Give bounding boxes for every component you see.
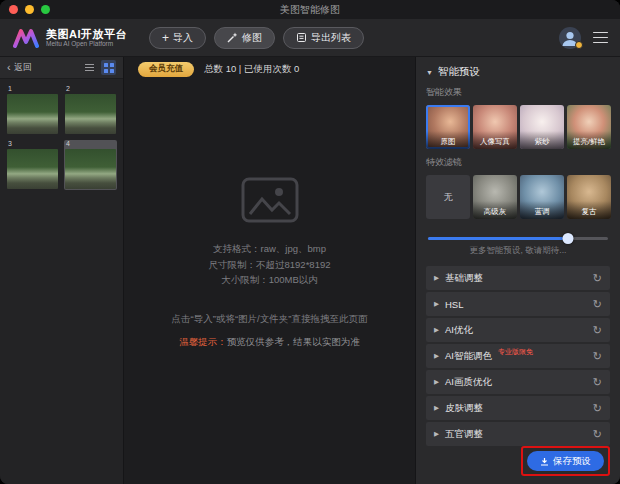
window-title: 美图智能修图 — [0, 3, 620, 17]
section-label: 五官调整 — [445, 428, 483, 441]
caret-down-icon: ▼ — [426, 69, 433, 76]
pro-free-badge: 专业版限免 — [498, 347, 533, 357]
reset-icon[interactable]: ↻ — [593, 299, 602, 310]
user-avatar[interactable] — [559, 27, 581, 49]
logo-subtitle: Meitu AI Open Platform — [46, 40, 127, 47]
tip-text: 温馨提示：预览仅供参考，结果以实图为准 — [179, 336, 360, 349]
filter-option-blue-tone[interactable]: 蓝调 — [520, 175, 564, 219]
tip-label: 温馨提示： — [179, 336, 227, 347]
section-ai-color-grading[interactable]: ▶ AI智能调色 专业版限免 ↻ — [426, 344, 610, 368]
menu-icon[interactable] — [593, 32, 608, 44]
effect-option-brighten-vivid[interactable]: 提亮/鲜艳 — [567, 105, 611, 149]
filter-slider-track — [428, 237, 608, 240]
reset-icon[interactable]: ↻ — [593, 273, 602, 284]
filter-strength-slider[interactable] — [428, 232, 608, 235]
effect-label: 原图 — [426, 131, 470, 149]
usage-counter: 总数 10 | 已使用次数 0 — [204, 63, 299, 76]
thumbnail-index: 4 — [66, 140, 70, 147]
workspace-toolbar: 会员充值 总数 10 | 已使用次数 0 — [124, 57, 415, 81]
caret-right-icon: ▶ — [434, 326, 439, 334]
reset-icon[interactable]: ↻ — [593, 351, 602, 362]
logo-text: 美图AI开放平台 Meitu AI Open Platform — [46, 28, 127, 47]
reset-icon[interactable]: ↻ — [593, 377, 602, 388]
save-preset-area: 保存预设 — [521, 446, 610, 476]
thumbnail-image — [65, 149, 116, 189]
back-button-label: 返回 — [14, 61, 32, 74]
effect-option-portrait[interactable]: 人像写真 — [473, 105, 517, 149]
filters-row: 无 高级灰 蓝调 复古 — [426, 175, 610, 219]
sidebar-toolbar: ‹ 返回 — [0, 57, 123, 79]
grid-view-icon[interactable] — [101, 60, 116, 75]
photo-thumbnail-4[interactable]: 4 — [64, 140, 117, 190]
supported-formats-text: 支持格式：raw、jpg、bmp — [213, 241, 326, 257]
filter-label: 无 — [444, 191, 453, 204]
caret-right-icon: ▶ — [434, 430, 439, 438]
export-list-button[interactable]: 导出列表 — [283, 27, 364, 49]
retouch-button[interactable]: 修图 — [214, 27, 275, 49]
smart-preset-section-header[interactable]: ▼ 智能预设 — [426, 65, 610, 79]
thumbnail-image — [65, 94, 116, 134]
content-area: ‹ 返回 — [0, 57, 620, 484]
view-toggles — [82, 60, 116, 75]
logo-title: 美图AI开放平台 — [46, 28, 127, 40]
caret-right-icon: ▶ — [434, 352, 439, 360]
minimize-window-button[interactable] — [25, 5, 34, 14]
photo-thumbnail-3[interactable]: 3 — [6, 140, 59, 190]
back-button[interactable]: ‹ 返回 — [7, 61, 32, 74]
window-controls — [0, 5, 50, 14]
section-basic-adjustment[interactable]: ▶ 基础调整 ↻ — [426, 266, 610, 290]
thumbnail-image — [7, 94, 58, 134]
thumbnail-index: 2 — [66, 85, 70, 92]
member-recharge-button[interactable]: 会员充值 — [138, 62, 194, 77]
section-hsl[interactable]: ▶ HSL ↻ — [426, 292, 610, 316]
tip-body: 预览仅供参考，结果以实图为准 — [227, 336, 360, 347]
section-label: AI画质优化 — [445, 376, 492, 389]
reset-icon[interactable]: ↻ — [593, 429, 602, 440]
photo-thumbnail-2[interactable]: 2 — [64, 85, 117, 135]
filter-label: 复古 — [567, 201, 611, 219]
drop-zone[interactable]: 支持格式：raw、jpg、bmp 尺寸限制：不超过8192*8192 大小限制：… — [124, 81, 415, 484]
import-button-label: 导入 — [173, 31, 193, 45]
section-facial-adjustment[interactable]: ▶ 五官调整 ↻ — [426, 422, 610, 446]
caret-right-icon: ▶ — [434, 404, 439, 412]
effect-option-original[interactable]: 原图 — [426, 105, 470, 149]
export-list-icon — [296, 32, 307, 43]
import-button[interactable]: + 导入 — [149, 27, 206, 49]
reset-icon[interactable]: ↻ — [593, 403, 602, 414]
meitu-logo: 美图AI开放平台 Meitu AI Open Platform — [12, 28, 127, 48]
plus-icon: + — [162, 33, 169, 43]
more-presets-hint: 更多智能预设, 敬请期待... — [426, 245, 610, 257]
thumbnail-grid: 1 2 3 4 — [0, 79, 123, 196]
filter-option-none[interactable]: 无 — [426, 175, 470, 219]
filter-option-premium-gray[interactable]: 高级灰 — [473, 175, 517, 219]
reset-icon[interactable]: ↻ — [593, 325, 602, 336]
section-skin-adjustment[interactable]: ▶ 皮肤调整 ↻ — [426, 396, 610, 420]
save-preset-button[interactable]: 保存预设 — [527, 451, 604, 471]
filters-group-label: 特效滤镜 — [426, 156, 610, 169]
adjustment-sections: ▶ 基础调整 ↻ ▶ HSL ↻ ▶ AI优化 ↻ ▶ AI智能调色 专 — [426, 266, 610, 446]
close-window-button[interactable] — [9, 5, 18, 14]
header-right — [559, 27, 608, 49]
save-preset-button-label: 保存预设 — [553, 455, 591, 468]
vip-badge-dot — [575, 41, 583, 49]
save-icon — [540, 457, 549, 466]
app-window: 美图智能修图 美图AI开放平台 Meitu AI Open Platform +… — [0, 0, 620, 484]
section-ai-image-quality[interactable]: ▶ AI画质优化 ↻ — [426, 370, 610, 394]
filter-option-vintage[interactable]: 复古 — [567, 175, 611, 219]
image-placeholder-icon — [241, 177, 299, 223]
effect-option-purple-gauze[interactable]: 紫纱 — [520, 105, 564, 149]
adjustment-panel: ▼ 智能预设 智能效果 原图 人像写真 紫纱 提亮/鲜艳 特效滤镜 — [415, 57, 620, 484]
caret-right-icon: ▶ — [434, 378, 439, 386]
filesize-limit-text: 大小限制：100MB以内 — [221, 272, 318, 288]
filter-slider-handle[interactable] — [563, 233, 574, 244]
magic-wand-icon — [227, 32, 238, 43]
caret-right-icon: ▶ — [434, 274, 439, 282]
effects-group-label: 智能效果 — [426, 86, 610, 99]
list-view-icon[interactable] — [82, 60, 97, 75]
effect-label: 紫纱 — [520, 131, 564, 149]
photo-thumbnail-1[interactable]: 1 — [6, 85, 59, 135]
zoom-window-button[interactable] — [41, 5, 50, 14]
section-label: 皮肤调整 — [445, 402, 483, 415]
section-ai-optimization[interactable]: ▶ AI优化 ↻ — [426, 318, 610, 342]
titlebar: 美图智能修图 — [0, 0, 620, 19]
